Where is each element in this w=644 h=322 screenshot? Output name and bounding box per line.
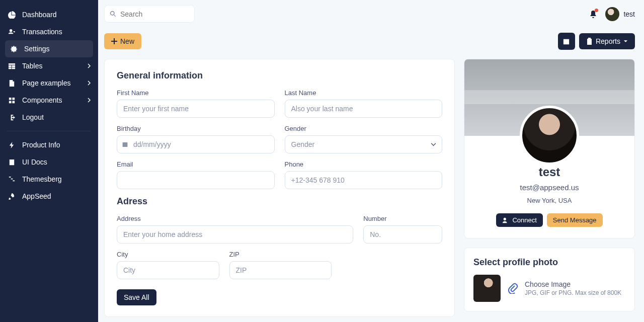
pie-chart-icon [7,11,16,19]
chevron-down-icon [623,40,628,43]
sidebar-item-label: UI Docs [22,158,47,166]
zip-input[interactable] [229,261,332,279]
sidebar-item-label: Logout [22,113,44,121]
table-icon [7,62,16,70]
search-icon [110,11,116,17]
zip-label: ZIP [229,251,332,258]
notifications-button[interactable] [589,10,597,19]
upload-heading: Select profile photo [473,257,625,268]
user-plus-icon [502,217,509,223]
city-input[interactable] [117,261,219,279]
send-message-label: Send Message [553,216,597,224]
main-content: test New Reports General information Fir… [98,0,644,322]
topbar: test [104,5,635,23]
action-bar: New Reports [104,33,635,50]
last-name-input[interactable] [285,100,443,118]
sidebar-item-components[interactable]: Components [0,92,98,109]
user-avatar[interactable] [605,7,619,21]
plus-icon [111,38,117,44]
last-name-label: Last Name [285,89,443,97]
sidebar-item-label: Page examples [22,79,71,87]
phone-input[interactable] [285,171,443,189]
side-column: test test@appseed.us New York, USA Conne… [464,59,635,317]
content-row: General information First Name Last Name… [104,59,635,317]
reports-button[interactable]: Reports [579,33,635,49]
email-input[interactable] [117,171,275,189]
address-heading: Adress [117,196,442,207]
birthday-input[interactable] [117,135,275,153]
email-label: Email [117,160,275,168]
city-label: City [117,251,219,258]
sidebar: Dashboard Transactions Settings Tables P… [0,0,98,322]
hand-coin-icon [7,28,16,36]
save-button[interactable]: Save All [117,289,156,305]
send-message-button[interactable]: Send Message [547,213,603,227]
sidebar-item-logout[interactable]: Logout [0,109,98,126]
book-icon [7,158,16,166]
chevron-right-icon [87,80,91,86]
gear-icon [9,45,18,53]
calendar-icon [122,141,128,148]
user-name[interactable]: test [623,10,635,18]
birthday-label: Birthday [117,125,275,132]
search-input-wrap[interactable] [104,5,195,23]
themesberg-icon [7,176,16,183]
profile-card: test test@appseed.us New York, USA Conne… [464,59,635,238]
sidebar-item-label: Transactions [22,28,62,36]
new-button-label: New [120,37,134,45]
connect-button[interactable]: Connect [496,213,542,227]
gender-select[interactable] [285,135,443,153]
address-input[interactable] [117,225,353,244]
sidebar-item-label: AppSeed [22,192,51,200]
sidebar-item-page-examples[interactable]: Page examples [0,74,98,92]
upload-card: Select profile photo Choose Image JPG, G… [464,248,635,311]
profile-email: test@appseed.us [474,183,624,192]
sidebar-item-label: Dashboard [22,11,57,19]
connect-button-label: Connect [512,216,536,224]
paperclip-icon[interactable] [508,283,518,294]
profile-name: test [474,165,624,179]
calendar-icon [562,38,570,45]
sidebar-item-dashboard[interactable]: Dashboard [0,6,98,23]
number-label: Number [363,215,442,222]
sidebar-item-ui-docs[interactable]: UI Docs [0,153,98,171]
sidebar-item-transactions[interactable]: Transactions [0,23,98,40]
sidebar-item-label: Themesberg [22,175,62,183]
bolt-icon [7,141,16,149]
search-input[interactable] [120,10,189,18]
choose-image-link[interactable]: Choose Image [525,280,621,288]
sidebar-item-tables[interactable]: Tables [0,57,98,74]
notification-badge [595,9,598,12]
general-info-heading: General information [117,70,442,81]
upload-thumbnail [473,275,501,302]
sidebar-item-label: Tables [22,62,42,70]
sidebar-divider [7,131,91,131]
sidebar-item-themesberg[interactable]: Themesberg [0,171,98,188]
boxes-icon [7,97,16,104]
logout-icon [7,114,16,121]
reports-button-label: Reports [596,37,620,45]
gender-label: Gender [285,125,443,132]
chevron-right-icon [87,98,91,103]
file-icon [7,79,16,87]
profile-cover [464,59,634,136]
sidebar-item-label: Components [22,96,62,104]
clipboard-icon [586,38,593,45]
number-input[interactable] [363,225,442,244]
calendar-button[interactable] [558,33,575,50]
address-label: Address [117,215,353,222]
sidebar-item-product-info[interactable]: Product Info [0,136,98,153]
rocket-icon [7,193,16,200]
sidebar-item-appseed[interactable]: AppSeed [0,188,98,205]
profile-location: New York, USA [474,197,624,204]
sidebar-item-settings[interactable]: Settings [5,40,93,57]
first-name-input[interactable] [117,100,275,118]
sidebar-item-label: Product Info [22,141,60,149]
upload-hint: JPG, GIF or PNG. Max size of 800K [525,289,621,296]
new-button[interactable]: New [104,33,141,49]
general-info-card: General information First Name Last Name… [104,59,455,317]
save-button-label: Save All [124,293,149,301]
phone-label: Phone [285,160,443,168]
sidebar-item-label: Settings [24,45,50,53]
profile-avatar [520,106,579,165]
